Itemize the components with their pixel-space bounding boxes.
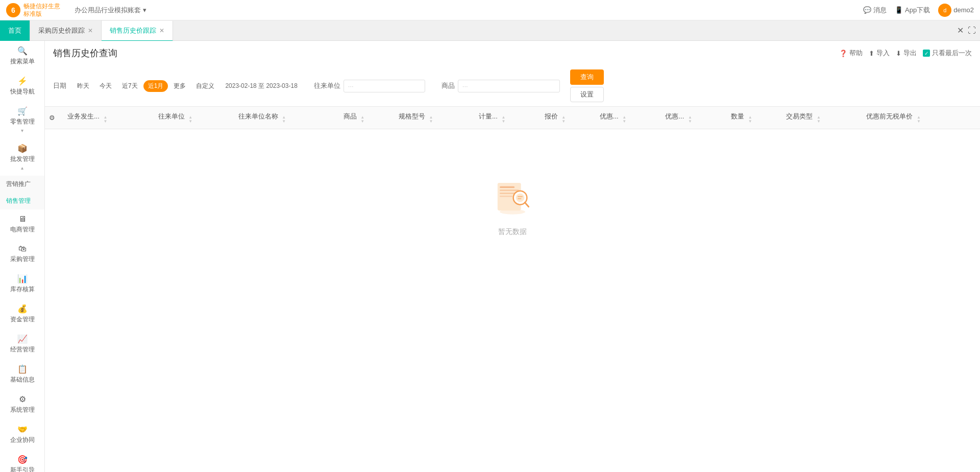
import-icon: ⬆ xyxy=(869,50,874,57)
beginner-guide-icon: 🎯 xyxy=(17,455,28,464)
tab-sales-history[interactable]: 销售历史价跟踪 ✕ xyxy=(102,21,173,41)
sidebar-item-operations-mgmt[interactable]: 📈 经营管理 xyxy=(0,329,44,359)
customer-filter-input[interactable]: ··· xyxy=(344,80,425,92)
close-all-tabs-button[interactable]: ✕ xyxy=(957,26,964,35)
page-actions: ❓ 帮助 ⬆ 导入 ⬇ 导出 ✓ 只看最后一次 xyxy=(839,49,972,58)
inventory-icon: 📊 xyxy=(17,274,28,284)
empty-state: 暂无数据 xyxy=(45,129,980,277)
sidebar-item-beginner-guide[interactable]: 🎯 新手引导 xyxy=(0,450,44,472)
sidebar-item-finance-mgmt[interactable]: 💰 资金管理 xyxy=(0,299,44,329)
help-icon: ❓ xyxy=(839,50,847,57)
export-action[interactable]: ⬇ 导出 xyxy=(896,49,917,58)
export-icon: ⬇ xyxy=(896,50,901,57)
page-header: 销售历史价查询 ❓ 帮助 ⬆ 导入 ⬇ 导出 ✓ xyxy=(45,41,980,107)
col-product[interactable]: 商品 ▲▼ xyxy=(339,107,395,129)
col-discount1[interactable]: 优惠... ▲▼ xyxy=(596,107,662,129)
product-input-placeholder: ··· xyxy=(462,82,468,90)
sidebar-item-quick-nav-label: 快捷导航 xyxy=(10,87,35,96)
retail-mgmt-arrow-icon: ▾ xyxy=(21,128,23,133)
sidebar-item-finance-mgmt-label: 资金管理 xyxy=(10,315,35,324)
top-bar-left: 6 畅捷信好生意 标准版 办公用品行业模拟账套 ▾ xyxy=(6,3,146,17)
logo-area: 6 畅捷信好生意 标准版 xyxy=(6,3,60,17)
product-filter-input[interactable]: ··· xyxy=(458,80,560,92)
sort-arrows-trade-type: ▲▼ xyxy=(817,115,821,124)
date-filter-buttons: 昨天 今天 近7天 近1月 更多 自定义 xyxy=(72,80,219,92)
col-settings[interactable]: ⚙ xyxy=(45,107,63,129)
date-range-display: 2023-02-18 至 2023-03-18 xyxy=(225,82,297,90)
sidebar-item-beginner-guide-label: 新手引导 xyxy=(10,466,35,472)
svg-rect-2 xyxy=(500,186,514,188)
date-btn-more[interactable]: 更多 xyxy=(169,80,190,92)
sidebar-item-quick-nav[interactable]: ⚡ 快捷导航 xyxy=(0,71,44,101)
top-bar: 6 畅捷信好生意 标准版 办公用品行业模拟账套 ▾ 💬 消息 📱 App下载 d… xyxy=(0,0,980,20)
col-biz-date[interactable]: 业务发生... ▲▼ xyxy=(63,107,154,129)
sidebar-sub-item-marketing[interactable]: 营销推广 xyxy=(0,176,44,193)
purchase-mgmt-icon: 🛍 xyxy=(18,244,27,253)
ecommerce-mgmt-icon: 🖥 xyxy=(18,215,27,224)
import-action[interactable]: ⬆ 导入 xyxy=(869,49,890,58)
settings-icon[interactable]: ⚙ xyxy=(49,114,55,122)
svg-point-7 xyxy=(516,194,525,202)
date-btn-custom[interactable]: 自定义 xyxy=(191,80,219,92)
purchase-history-tab-label: 采购历史价跟踪 xyxy=(38,26,85,35)
col-quote-price[interactable]: 报价 ▲▼ xyxy=(541,107,596,129)
sidebar-item-search-menu[interactable]: 🔍 搜索菜单 xyxy=(0,41,44,71)
message-icon: 💬 xyxy=(863,6,871,14)
help-action[interactable]: ❓ 帮助 xyxy=(839,49,863,58)
sidebar-sub-item-sales-mgmt[interactable]: 销售管理 xyxy=(0,193,44,209)
main-layout: 🔍 搜索菜单 ⚡ 快捷导航 🛒 零售管理 ▾ 📦 批发管理 ▴ 营销推广 销售管… xyxy=(0,41,980,472)
col-unit-measure[interactable]: 计量... ▲▼ xyxy=(475,107,541,129)
logo-text: 畅捷信好生意 标准版 xyxy=(23,3,60,17)
last-once-action[interactable]: ✓ 只看最后一次 xyxy=(923,49,972,58)
sidebar-item-retail-mgmt[interactable]: 🛒 零售管理 ▾ xyxy=(0,101,44,138)
sort-arrows-discount1: ▲▼ xyxy=(622,115,626,124)
sidebar-item-inventory-label: 库存核算 xyxy=(10,285,35,294)
purchase-history-tab-close[interactable]: ✕ xyxy=(88,27,93,34)
sort-arrows-product: ▲▼ xyxy=(360,115,364,124)
product-filter-label: 商品 xyxy=(442,81,455,90)
date-btn-7days[interactable]: 近7天 xyxy=(117,80,142,92)
sidebar-item-wholesale-mgmt[interactable]: 📦 批发管理 ▴ xyxy=(0,138,44,176)
app-download-action[interactable]: 📱 App下载 xyxy=(895,6,930,15)
message-action[interactable]: 💬 消息 xyxy=(863,6,887,15)
customer-filter-label: 往来单位 xyxy=(314,81,340,90)
col-discount2[interactable]: 优惠... ▲▼ xyxy=(661,107,727,129)
sidebar-item-basic-info[interactable]: 📋 基础信息 xyxy=(0,359,44,389)
col-quantity[interactable]: 数量 ▲▼ xyxy=(727,107,782,129)
col-pretax-price[interactable]: 优惠前无税单价 ▲▼ xyxy=(862,107,980,129)
sidebar-item-enterprise-collab[interactable]: 🤝 企业协同 xyxy=(0,419,44,450)
company-select[interactable]: 办公用品行业模拟账套 ▾ xyxy=(75,6,146,15)
svg-rect-10 xyxy=(518,198,522,199)
col-spec[interactable]: 规格型号 ▲▼ xyxy=(395,107,475,129)
col-unit-name[interactable]: 往来单位名称 ▲▼ xyxy=(234,107,339,129)
tab-purchase-history[interactable]: 采购历史价跟踪 ✕ xyxy=(30,20,102,41)
tab-home[interactable]: 首页 xyxy=(0,20,30,41)
user-action[interactable]: d demo2 xyxy=(938,4,974,17)
date-btn-1month[interactable]: 近1月 xyxy=(143,80,168,92)
settings-button[interactable]: 设置 xyxy=(570,87,604,102)
sales-history-tab-close[interactable]: ✕ xyxy=(159,27,164,34)
svg-rect-5 xyxy=(500,196,512,197)
date-btn-today[interactable]: 今天 xyxy=(95,80,116,92)
sidebar-item-inventory[interactable]: 📊 库存核算 xyxy=(0,269,44,299)
sort-arrows-quote-price: ▲▼ xyxy=(561,115,566,124)
sidebar-sub-wholesale: 营销推广 销售管理 xyxy=(0,176,44,209)
sidebar-item-purchase-mgmt[interactable]: 🛍 采购管理 xyxy=(0,239,44,269)
maximize-button[interactable]: ⛶ xyxy=(968,26,976,35)
svg-rect-3 xyxy=(500,190,519,191)
col-trade-type[interactable]: 交易类型 ▲▼ xyxy=(782,107,862,129)
sort-arrows-unit-name: ▲▼ xyxy=(282,115,286,124)
sort-arrows-unit-measure: ▲▼ xyxy=(501,115,505,124)
date-btn-yesterday[interactable]: 昨天 xyxy=(72,80,94,92)
query-button[interactable]: 查询 xyxy=(570,69,604,85)
quick-nav-icon: ⚡ xyxy=(17,76,28,86)
logo-icon: 6 xyxy=(6,3,20,17)
last-once-checkbox[interactable]: ✓ xyxy=(923,50,930,57)
sidebar-item-system-mgmt[interactable]: ⚙ 系统管理 xyxy=(0,389,44,419)
home-tab-label: 首页 xyxy=(8,26,21,35)
sales-history-tab-label: 销售历史价跟踪 xyxy=(110,26,156,35)
col-unit-code[interactable]: 往来单位 ▲▼ xyxy=(154,107,234,129)
sidebar-item-ecommerce-mgmt[interactable]: 🖥 电商管理 xyxy=(0,209,44,239)
page-title: 销售历史价查询 xyxy=(53,47,117,59)
sidebar-item-purchase-mgmt-label: 采购管理 xyxy=(10,255,35,264)
